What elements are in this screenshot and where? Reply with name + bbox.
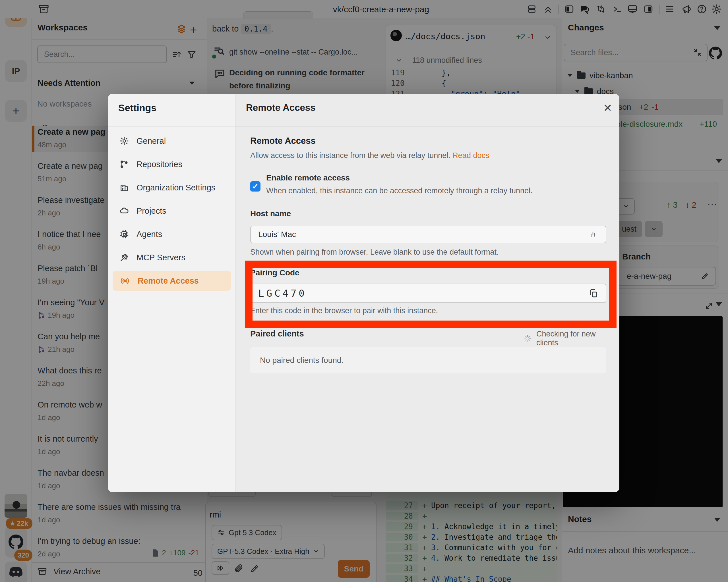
no-clients-text: No paired clients found. (260, 356, 343, 365)
nav-item-label: General (136, 136, 166, 146)
section-description: Allow access to this instance from the w… (250, 151, 489, 160)
paired-clients-label: Paired clients (250, 329, 304, 338)
chip-icon (120, 229, 129, 239)
description-text: Allow access to this instance from the w… (250, 151, 450, 160)
host-name-value: Louis' Mac (258, 230, 296, 239)
read-docs-link[interactable]: Read docs (452, 151, 489, 160)
host-name-label: Host name (250, 209, 291, 218)
host-name-input[interactable]: Louis' Mac (250, 226, 606, 243)
paired-clients-empty: No paired clients found. (250, 347, 606, 373)
nav-item-label: Remote Access (138, 276, 199, 285)
gear-icon (120, 136, 129, 146)
settings-nav-agents[interactable]: Agents (113, 224, 231, 244)
enable-remote-label[interactable]: Enable remote access (266, 173, 350, 183)
settings-title: Settings (118, 102, 156, 113)
checking-clients-text: Checking for new clients (536, 330, 619, 347)
nav-item-label: Repositories (136, 160, 182, 169)
close-button[interactable]: ✕ (601, 102, 614, 114)
cloud-icon (120, 206, 129, 216)
nav-item-label: MCP Servers (136, 253, 185, 262)
content-divider (250, 389, 606, 389)
app-window: IP + ★22k 320 vk/ccf0-create-a-new-pag (0, 0, 728, 582)
git-icon (120, 160, 129, 169)
section-title: Remote Access (250, 136, 316, 146)
nav-item-label: Projects (136, 206, 166, 216)
enable-remote-checkbox[interactable]: ✓ (250, 181, 260, 192)
modal-header-divider (108, 126, 619, 127)
nav-item-label: Organization Settings (136, 183, 215, 192)
enable-remote-help: When enabled, this instance can be acces… (266, 187, 532, 195)
settings-nav-mcp-servers[interactable]: MCP Servers (113, 248, 231, 268)
settings-nav-remote-access[interactable]: Remote Access (113, 271, 231, 291)
input-bars-icon (589, 230, 597, 239)
settings-nav-repositories[interactable]: Repositories (113, 154, 231, 174)
nav-item-label: Agents (136, 230, 162, 239)
host-name-help: Shown when pairing from browser. Leave b… (250, 248, 499, 257)
settings-nav: Settings GeneralRepositoriesOrganization… (108, 94, 235, 492)
settings-nav-general[interactable]: General (113, 131, 231, 151)
plug-icon (120, 253, 129, 262)
settings-nav-projects[interactable]: Projects (113, 201, 231, 221)
pairing-code-highlight (245, 260, 617, 328)
broadcast-icon (120, 276, 130, 285)
settings-nav-organization-settings[interactable]: Organization Settings (113, 177, 231, 197)
building-icon (120, 183, 129, 192)
paired-clients-status: Checking for new clients (523, 330, 619, 347)
spinner-icon (523, 334, 532, 343)
modal-title: Remote Access (246, 102, 316, 113)
